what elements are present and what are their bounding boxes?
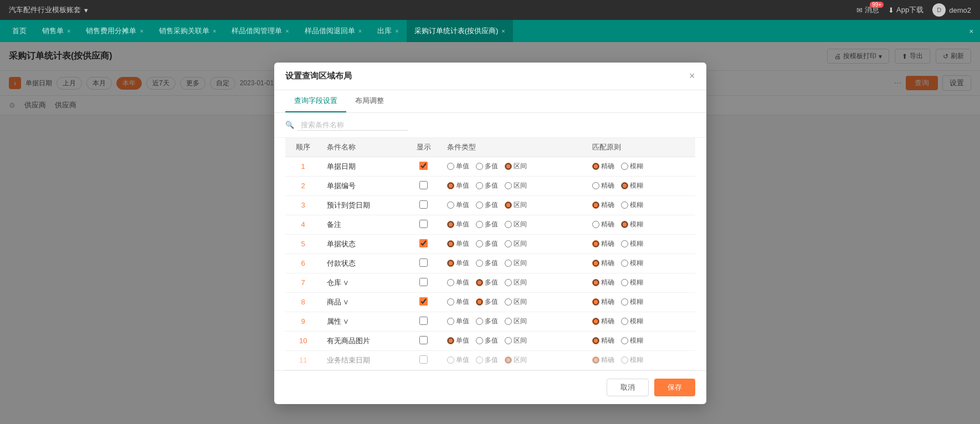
radio-match-exact[interactable]: 精确 bbox=[592, 336, 614, 345]
show-checkbox[interactable] bbox=[419, 297, 428, 306]
radio-match-fuzzy[interactable]: 模糊 bbox=[621, 162, 643, 171]
radio-type-range[interactable]: 区间 bbox=[505, 355, 527, 365]
cell-type[interactable]: 单值多值区间 bbox=[442, 215, 586, 234]
cell-show[interactable] bbox=[406, 350, 442, 370]
cell-match[interactable]: 精确模糊 bbox=[587, 254, 695, 273]
radio-type-single[interactable]: 单值 bbox=[447, 258, 469, 268]
radio-type-multi[interactable]: 多值 bbox=[476, 355, 498, 365]
radio-match-fuzzy[interactable]: 模糊 bbox=[621, 355, 643, 365]
radio-match-exact[interactable]: 精确 bbox=[592, 355, 614, 365]
show-checkbox[interactable] bbox=[419, 239, 428, 247]
radio-type-multi[interactable]: 多值 bbox=[476, 317, 498, 326]
radio-match-fuzzy[interactable]: 模糊 bbox=[621, 278, 643, 287]
modal-tab-query-fields[interactable]: 查询字段设置 bbox=[285, 90, 346, 112]
radio-type-single[interactable]: 单值 bbox=[447, 200, 469, 210]
nav-tab-sales-close[interactable]: × bbox=[67, 28, 70, 34]
save-button[interactable]: 保存 bbox=[654, 379, 695, 396]
nav-tab-sales[interactable]: 销售单 × bbox=[34, 20, 78, 42]
radio-type-multi[interactable]: 多值 bbox=[476, 239, 498, 249]
show-checkbox[interactable] bbox=[419, 336, 428, 344]
nav-tab-purchase-stats-close[interactable]: × bbox=[501, 28, 505, 34]
cell-match[interactable]: 精确模糊 bbox=[587, 157, 695, 176]
radio-match-exact[interactable]: 精确 bbox=[592, 297, 614, 307]
radio-type-range[interactable]: 区间 bbox=[505, 336, 527, 345]
radio-type-multi[interactable]: 多值 bbox=[476, 258, 498, 268]
nav-tab-sample-return[interactable]: 样品借阅退回单 × bbox=[297, 20, 370, 42]
nav-tab-sample[interactable]: 样品借阅管理单 × bbox=[224, 20, 296, 42]
cell-type[interactable]: 单值多值区间 bbox=[442, 273, 586, 292]
radio-type-single[interactable]: 单值 bbox=[447, 239, 469, 249]
cell-show[interactable] bbox=[406, 331, 442, 350]
radio-type-range[interactable]: 区间 bbox=[505, 200, 527, 210]
cell-show[interactable] bbox=[406, 254, 442, 273]
radio-type-single[interactable]: 单值 bbox=[447, 336, 469, 345]
cell-show[interactable] bbox=[406, 292, 442, 312]
radio-match-exact[interactable]: 精确 bbox=[592, 162, 614, 171]
cell-match[interactable]: 精确模糊 bbox=[587, 331, 695, 350]
cell-type[interactable]: 单值多值区间 bbox=[442, 312, 586, 331]
cell-show[interactable] bbox=[406, 312, 442, 331]
cell-type[interactable]: 单值多值区间 bbox=[442, 292, 586, 312]
cell-match[interactable]: 精确模糊 bbox=[587, 215, 695, 234]
radio-type-single[interactable]: 单值 bbox=[447, 297, 469, 307]
radio-type-multi[interactable]: 多值 bbox=[476, 297, 498, 307]
radio-type-multi[interactable]: 多值 bbox=[476, 200, 498, 210]
radio-match-fuzzy[interactable]: 模糊 bbox=[621, 220, 643, 229]
cell-match[interactable]: 精确模糊 bbox=[587, 350, 695, 370]
radio-type-range[interactable]: 区间 bbox=[505, 278, 527, 287]
modal-close-button[interactable]: × bbox=[689, 70, 695, 82]
radio-type-range[interactable]: 区间 bbox=[505, 317, 527, 326]
search-input[interactable] bbox=[297, 120, 408, 131]
radio-match-fuzzy[interactable]: 模糊 bbox=[621, 297, 643, 307]
nav-tab-outbound-close[interactable]: × bbox=[395, 28, 398, 34]
show-checkbox[interactable] bbox=[419, 278, 428, 286]
nav-tab-sample-close[interactable]: × bbox=[285, 28, 289, 34]
cell-match[interactable]: 精确模糊 bbox=[587, 195, 695, 215]
cancel-button[interactable]: 取消 bbox=[607, 379, 649, 396]
cell-match[interactable]: 精确模糊 bbox=[587, 234, 695, 254]
show-checkbox[interactable] bbox=[419, 162, 428, 170]
radio-type-range[interactable]: 区间 bbox=[505, 181, 527, 190]
radio-type-range[interactable]: 区间 bbox=[505, 162, 527, 171]
radio-type-range[interactable]: 区间 bbox=[505, 239, 527, 249]
radio-match-exact[interactable]: 精确 bbox=[592, 317, 614, 326]
radio-type-single[interactable]: 单值 bbox=[447, 162, 469, 171]
radio-type-multi[interactable]: 多值 bbox=[476, 181, 498, 190]
show-checkbox[interactable] bbox=[419, 181, 428, 189]
cell-type[interactable]: 单值多值区间 bbox=[442, 176, 586, 195]
radio-type-multi[interactable]: 多值 bbox=[476, 278, 498, 287]
show-checkbox[interactable] bbox=[419, 317, 428, 325]
dropdown-arrow-icon[interactable]: ▾ bbox=[84, 6, 88, 14]
cell-type[interactable]: 单值多值区间 bbox=[442, 254, 586, 273]
cell-show[interactable] bbox=[406, 234, 442, 254]
radio-type-single[interactable]: 单值 bbox=[447, 278, 469, 287]
message-button[interactable]: ✉ 消息 99+ bbox=[856, 5, 879, 15]
cell-match[interactable]: 精确模糊 bbox=[587, 312, 695, 331]
radio-match-exact[interactable]: 精确 bbox=[592, 239, 614, 249]
radio-type-single[interactable]: 单值 bbox=[447, 355, 469, 365]
radio-match-fuzzy[interactable]: 模糊 bbox=[621, 336, 643, 345]
cell-type[interactable]: 单值多值区间 bbox=[442, 195, 586, 215]
user-menu[interactable]: D demo2 bbox=[932, 3, 971, 17]
nav-tab-sample-return-close[interactable]: × bbox=[358, 28, 362, 34]
nav-tab-purchase-stats[interactable]: 采购订单统计表(按供应商) × bbox=[407, 20, 513, 42]
radio-type-multi[interactable]: 多值 bbox=[476, 220, 498, 229]
radio-match-exact[interactable]: 精确 bbox=[592, 200, 614, 210]
cell-type[interactable]: 单值多值区间 bbox=[442, 350, 586, 370]
nav-home[interactable]: 首页 bbox=[4, 20, 34, 42]
radio-type-range[interactable]: 区间 bbox=[505, 258, 527, 268]
radio-match-fuzzy[interactable]: 模糊 bbox=[621, 239, 643, 249]
radio-match-fuzzy[interactable]: 模糊 bbox=[621, 258, 643, 268]
show-checkbox[interactable] bbox=[419, 200, 428, 209]
cell-show[interactable] bbox=[406, 273, 442, 292]
nav-tab-sales-purchase[interactable]: 销售采购关联单 × bbox=[151, 20, 224, 42]
radio-type-multi[interactable]: 多值 bbox=[476, 336, 498, 345]
cell-type[interactable]: 单值多值区间 bbox=[442, 234, 586, 254]
radio-match-fuzzy[interactable]: 模糊 bbox=[621, 317, 643, 326]
radio-match-exact[interactable]: 精确 bbox=[592, 278, 614, 287]
cell-match[interactable]: 精确模糊 bbox=[587, 273, 695, 292]
app-download-button[interactable]: ⬇ App下载 bbox=[888, 5, 923, 15]
cell-type[interactable]: 单值多值区间 bbox=[442, 157, 586, 176]
show-checkbox[interactable] bbox=[419, 258, 428, 267]
cell-match[interactable]: 精确模糊 bbox=[587, 176, 695, 195]
